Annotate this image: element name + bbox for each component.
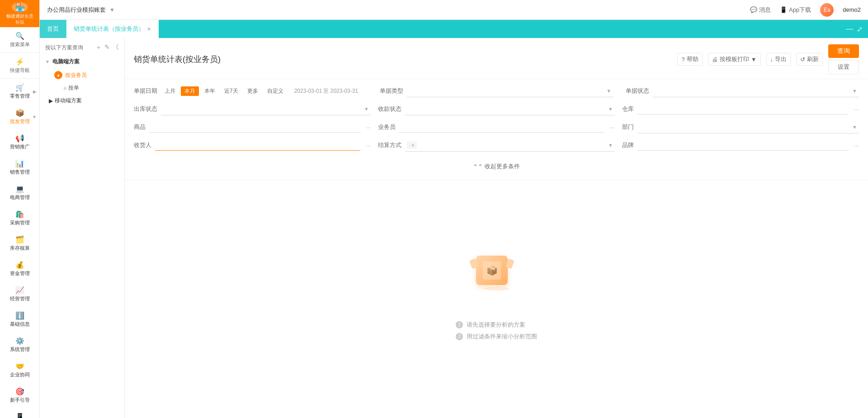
sidebar-search-label: 搜索菜单 <box>10 41 30 48</box>
date-tab-last-7days[interactable]: 近7天 <box>221 86 242 96</box>
help-button[interactable]: ? 帮助 <box>677 53 702 66</box>
receiver-dots[interactable]: ··· <box>366 142 371 149</box>
brand-input[interactable] <box>637 140 849 151</box>
salesperson-input[interactable] <box>399 122 604 133</box>
goods-dots[interactable]: ··· <box>366 124 371 131</box>
storage-status-select[interactable]: ▼ <box>161 103 371 115</box>
sidebar-sales-label: 销售管理 <box>10 169 30 176</box>
date-tab-this-year[interactable]: 本年 <box>201 86 219 96</box>
payment-status-chevron: ▼ <box>608 106 613 112</box>
sidebar-item-basic[interactable]: ℹ️ 基础信息 <box>0 307 39 332</box>
sidebar-item-retail[interactable]: 🛒 零售管理 ▶ <box>0 79 39 104</box>
settings-button[interactable]: 设置 <box>828 60 859 74</box>
filter-row-3: 商品 ··· 业务员 ··· 部门 ▼ <box>134 121 859 133</box>
print-icon: 🖨 <box>712 56 718 63</box>
document-type-select[interactable]: ▼ <box>407 85 613 97</box>
refresh-button[interactable]: ↺ 刷新 <box>796 53 823 66</box>
sidebar-item-wholesale[interactable]: 📦 批发管理 ▼ <box>0 104 39 129</box>
sidebar: 🏪 畅捷通好生意 标版 🔍 搜索菜单 ⚡ 快捷导航 🛒 零售管理 ▶ 📦 批发管… <box>0 0 40 418</box>
mobile-scheme-header[interactable]: ▶ 移动端方案 <box>40 94 124 107</box>
sidebar-item-apps[interactable]: 📱 应用中心 <box>0 408 39 418</box>
collapse-button[interactable]: ⌃⌃ 收起更多条件 <box>467 161 525 172</box>
print-button[interactable]: 🖨 按模板打印 ▼ <box>708 53 761 66</box>
sidebar-company-label: 企业协同 <box>10 371 30 378</box>
storage-status-item: 出库状态 ▼ <box>134 103 371 115</box>
header-dropdown-icon[interactable]: ▼ <box>109 7 115 13</box>
sidebar-item-marketing[interactable]: 📢 营销推广 <box>0 129 39 155</box>
edit-scheme-icon[interactable]: ✎ <box>104 43 110 52</box>
sidebar-finance-label: 资金管理 <box>10 270 30 277</box>
page-header: 销货单统计表(按业务员) ? 帮助 🖨 按模板打印 ▼ ↓ 导出 <box>125 38 868 79</box>
refresh-label: 刷新 <box>807 55 819 63</box>
tip-item-2: 2 用过滤条件来缩小分析范围 <box>456 331 537 342</box>
sidebar-item-company[interactable]: 🤝 企业协同 <box>0 357 39 383</box>
warehouse-label: 仓库 <box>622 105 634 113</box>
tab-close-icon[interactable]: ✕ <box>147 26 151 32</box>
collapse-panel-icon[interactable]: 《 <box>113 43 119 52</box>
app-download-button[interactable]: 📱 App下载 <box>780 6 811 14</box>
tab-sales-stat[interactable]: 销货单统计表（按业务员） ✕ <box>66 20 159 38</box>
date-tab-custom[interactable]: 自定义 <box>264 86 287 96</box>
warehouse-dots[interactable]: ··· <box>854 106 859 113</box>
payment-status-select[interactable]: ▼ <box>405 103 615 115</box>
pc-scheme-header[interactable]: ▼ 电脑端方案 <box>45 55 119 68</box>
payment-status-item: 收款状态 ▼ <box>378 103 615 115</box>
export-label: 导出 <box>775 55 787 63</box>
left-panel-icons: ＋ ✎ 《 <box>95 43 119 52</box>
tip-text-1: 请先选择要分析的方案 <box>467 319 525 331</box>
pc-scheme-label: 电脑端方案 <box>52 58 80 66</box>
date-tab-more[interactable]: 更多 <box>244 86 262 96</box>
empty-box-container: 📦 <box>476 256 517 292</box>
document-status-select[interactable]: ▼ <box>653 85 859 97</box>
date-tab-this-month[interactable]: 本月 <box>181 86 199 96</box>
sidebar-item-shortcut[interactable]: ⚡ 快捷导航 <box>0 53 39 79</box>
add-scheme-icon[interactable]: ＋ <box>95 43 102 52</box>
tab-minimize-icon[interactable]: — <box>846 25 853 33</box>
sidebar-item-newbie[interactable]: 🎯 新手引导 <box>0 383 39 408</box>
sidebar-item-purchase[interactable]: 🛍️ 采购管理 <box>0 205 39 231</box>
warehouse-input[interactable] <box>637 104 849 114</box>
scheme-item-by-salesperson[interactable]: ● 按业务员 <box>45 68 119 82</box>
tab-bar: 首页 销货单统计表（按业务员） ✕ — ⤢ <box>40 20 868 38</box>
scheme-salesperson-label: 按业务员 <box>65 71 87 79</box>
salesperson-dots[interactable]: ··· <box>610 124 615 131</box>
sidebar-item-system[interactable]: ⚙️ 系统管理 <box>0 332 39 357</box>
print-label: 按模板打印 <box>720 55 749 63</box>
avatar[interactable]: Ea <box>820 3 834 17</box>
receiver-item: 收货人 ··· <box>134 140 371 151</box>
tip-item-1: 1 请先选择要分析的方案 <box>456 319 537 331</box>
sidebar-shortcut-label: 快捷导航 <box>10 67 30 74</box>
tab-expand-icon[interactable]: ⤢ <box>857 25 863 33</box>
sidebar-item-ecommerce[interactable]: 💻 电商管理 <box>0 180 39 205</box>
export-button[interactable]: ↓ 导出 <box>766 53 791 66</box>
settlement-tag-close[interactable]: × <box>411 142 414 148</box>
mobile-scheme-arrow: ▶ <box>49 98 53 104</box>
scheme-item-by-order[interactable]: ≡ 按单 <box>45 82 119 94</box>
query-button[interactable]: 查询 <box>828 44 859 58</box>
logo-sub: 标版 <box>15 19 24 25</box>
brand-dots[interactable]: ··· <box>854 142 859 149</box>
salesperson-item: 业务员 ··· <box>378 122 615 133</box>
goods-input[interactable] <box>149 122 360 133</box>
settlement-select[interactable]: × ▼ <box>405 139 615 152</box>
sidebar-item-sales[interactable]: 📊 销售管理 <box>0 155 39 180</box>
document-status-item: 单据状态 ▼ <box>626 85 859 97</box>
username[interactable]: demo2 <box>843 6 861 13</box>
message-button[interactable]: 💬 消息 <box>750 6 771 14</box>
sidebar-item-search[interactable]: 🔍 搜索菜单 <box>0 27 39 53</box>
export-icon: ↓ <box>770 56 774 63</box>
message-icon: 💬 <box>750 6 757 13</box>
sidebar-inventory-label: 库存核算 <box>10 245 30 252</box>
sidebar-logo[interactable]: 🏪 畅捷通好生意 标版 <box>0 0 39 27</box>
department-select[interactable]: ▼ <box>637 121 859 133</box>
sidebar-item-operation[interactable]: 📈 经营管理 <box>0 281 39 307</box>
sidebar-wholesale-label: 批发管理 <box>10 118 30 125</box>
sidebar-item-inventory[interactable]: 🗂️ 库存核算 <box>0 231 39 256</box>
mobile-scheme-label: 移动端方案 <box>55 97 82 104</box>
date-tab-last-month[interactable]: 上月 <box>161 86 179 96</box>
sidebar-item-finance[interactable]: 💰 资金管理 <box>0 256 39 281</box>
sidebar-purchase-label: 采购管理 <box>10 219 30 226</box>
receiver-input[interactable] <box>155 140 360 151</box>
app-icon: 📱 <box>780 6 787 13</box>
tab-home[interactable]: 首页 <box>40 20 66 38</box>
